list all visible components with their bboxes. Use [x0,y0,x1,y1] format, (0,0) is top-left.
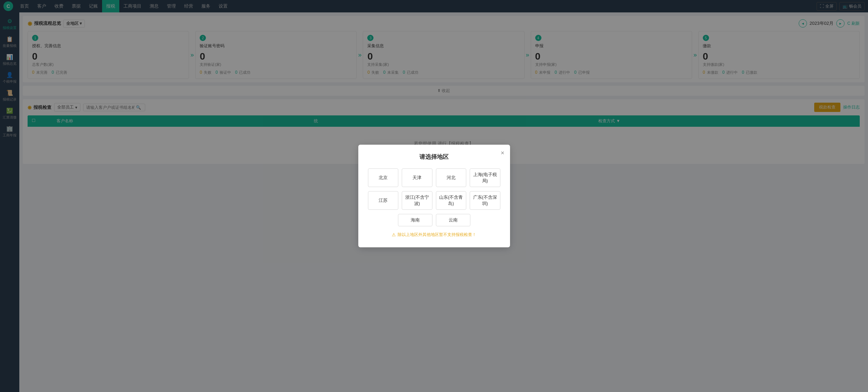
region-dialog: × 请选择地区 北京 天津 河北 上海(电子税局) 江苏 浙江(不含宁波) 山东… [358,145,510,247]
region-btn-beijing[interactable]: 北京 [368,168,399,187]
warning-icon: ⚠ [392,232,396,237]
modal-overlay[interactable]: × 请选择地区 北京 天津 河北 上海(电子税局) 江苏 浙江(不含宁波) 山东… [0,0,868,392]
dialog-title: 请选择地区 [368,153,500,161]
dialog-region-row-2: 江苏 浙江(不含宁波) 山东(不含青岛) 广东(不含深圳) [368,191,500,210]
region-btn-shanghai[interactable]: 上海(电子税局) [470,168,500,187]
dialog-region-row-1: 北京 天津 河北 上海(电子税局) [368,168,500,187]
region-btn-tianjin[interactable]: 天津 [402,168,432,187]
dialog-warning: ⚠ 除以上地区外其他地区暂不支持报税检查！ [368,232,500,238]
region-btn-zhejiang[interactable]: 浙江(不含宁波) [402,191,432,210]
region-btn-yunnan[interactable]: 云南 [436,214,470,226]
region-btn-jiangsu[interactable]: 江苏 [368,191,399,210]
region-btn-guangdong[interactable]: 广东(不含深圳) [470,191,500,210]
region-btn-shandong[interactable]: 山东(不含青岛) [436,191,467,210]
dialog-close-btn[interactable]: × [501,149,505,157]
dialog-region-row-3: 海南 云南 [368,214,500,226]
region-btn-hainan[interactable]: 海南 [398,214,432,226]
region-btn-hebei[interactable]: 河北 [436,168,467,187]
